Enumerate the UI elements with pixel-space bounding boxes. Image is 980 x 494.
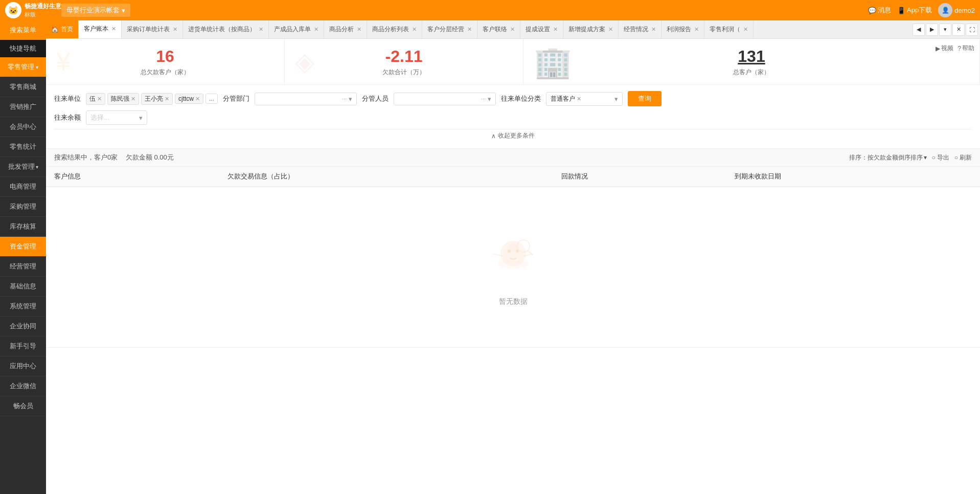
tab-profit-report[interactable]: 利润报告 ✕ — [662, 20, 704, 39]
tab-stock-stats[interactable]: 进货单统计表（按商品） ✕ — [183, 20, 269, 39]
close-icon[interactable]: ✕ — [553, 26, 558, 33]
category-filter-select[interactable]: 普通客户 ✕ ▾ — [546, 92, 623, 106]
tab-home[interactable]: 🏠 首页 — [46, 20, 79, 39]
category-filter-label: 往来单位分类 — [501, 94, 541, 103]
sidebar-item-basic-info[interactable]: 基础信息 — [0, 277, 46, 297]
tab-menu-btn[interactable]: ▾ — [939, 24, 951, 36]
sidebar-item-label: 营销推广 — [10, 103, 36, 110]
message-btn[interactable]: 💬 消息 — [868, 6, 891, 15]
tab-controls: ◀ ▶ ▾ ✕ ⛶ — [913, 24, 980, 36]
logo-icon: 🐱 — [5, 2, 21, 18]
stat-label-3: 总客户（家） — [733, 68, 770, 77]
sidebar-item-enterprise[interactable]: 企业协同 — [0, 317, 46, 336]
empty-illustration — [488, 228, 539, 279]
tab-product-in[interactable]: 产成品入库单 ✕ — [269, 20, 324, 39]
tab-next-btn[interactable]: ▶ — [926, 24, 938, 36]
tab-customer-tier[interactable]: 客户分层经营 ✕ — [422, 20, 477, 39]
empty-text: 暂无数据 — [499, 297, 528, 306]
sidebar-item-label: 新手引导 — [10, 342, 36, 350]
content-area: 🏠 首页 客户账本 ✕ 采购订单统计表 ✕ 进货单统计表（按商品） ✕ 产成品入… — [46, 20, 980, 494]
filter-row-1: 往来单位 伍 ✕ 陈民强 ✕ 王小亮 — [54, 91, 972, 106]
remove-tag-3[interactable]: ✕ — [165, 96, 169, 102]
tab-fullscreen-btn[interactable]: ⛶ — [966, 24, 978, 36]
tab-retail-profit[interactable]: 零售利润（ ✕ — [704, 20, 754, 39]
close-icon[interactable]: ✕ — [412, 26, 417, 33]
tab-operations[interactable]: 经营情况 ✕ — [619, 20, 662, 39]
chevron-down-icon: ▾ — [349, 95, 352, 103]
stat-value-2: -2.11 — [385, 47, 423, 66]
tab-product-analysis-list[interactable]: 商品分析列表 ✕ — [367, 20, 422, 39]
close-icon[interactable]: ✕ — [510, 26, 515, 33]
close-icon[interactable]: ✕ — [259, 26, 263, 33]
balance-filter-select[interactable]: 选择... ▾ — [86, 110, 147, 125]
user-area[interactable]: 👤 demo2 — [938, 3, 975, 17]
close-icon[interactable]: ✕ — [651, 26, 656, 33]
refresh-btn[interactable]: ○ 刷新 — [954, 153, 972, 162]
tab-customer-contact[interactable]: 客户联络 ✕ — [477, 20, 520, 39]
remove-tag-1[interactable]: ✕ — [97, 96, 102, 102]
sort-selector[interactable]: 排序：按欠款金额倒序排序 ▾ — [849, 153, 927, 162]
remove-category-tag[interactable]: ✕ — [577, 96, 581, 102]
tab-prev-btn[interactable]: ◀ — [913, 24, 925, 36]
close-icon[interactable]: ✕ — [357, 26, 361, 33]
sidebar-item-marketing[interactable]: 营销推广 — [0, 97, 46, 117]
export-btn[interactable]: ○ 导出 — [932, 153, 949, 162]
sidebar-item-finance[interactable]: 资金管理 — [0, 237, 46, 257]
tab-purchase-orders[interactable]: 采购订单统计表 ✕ — [122, 20, 183, 39]
sidebar-item-wholesale-mgmt[interactable]: 批发管理 ▾ — [0, 157, 46, 177]
remove-tag-2[interactable]: ✕ — [131, 96, 135, 102]
sidebar-item-label: 企业协同 — [10, 322, 36, 330]
sidebar-item-enterprise-wechat[interactable]: 企业微信 — [0, 376, 46, 396]
query-button[interactable]: 查询 — [628, 91, 662, 106]
sidebar-item-new-guide[interactable]: 新手引导 — [0, 336, 46, 356]
filter-more-tags[interactable]: ... — [206, 94, 218, 104]
sidebar-item-app-center[interactable]: 应用中心 — [0, 356, 46, 376]
sidebar-item-vip-member[interactable]: 畅会员 — [0, 396, 46, 416]
close-icon[interactable]: ✕ — [467, 26, 472, 33]
tab-accounts[interactable]: 客户账本 ✕ — [79, 20, 122, 39]
sidebar-item-inventory[interactable]: 库存核算 — [0, 217, 46, 237]
tab-promotion-settings[interactable]: 提成设置 ✕ — [520, 20, 563, 39]
sort-label: 排序：按欠款金额倒序排序 — [849, 153, 923, 162]
sidebar-item-ecommerce[interactable]: 电商管理 — [0, 177, 46, 197]
sidebar-quick-nav[interactable]: 快捷导航 — [0, 40, 46, 57]
sidebar-item-retail-mgmt[interactable]: 零售管理 ▾ — [0, 57, 46, 77]
sidebar-item-retail-store[interactable]: 零售商城 — [0, 77, 46, 97]
sidebar-item-label: 零售管理 — [8, 63, 34, 71]
sidebar-item-operations-mgmt[interactable]: 经营管理 — [0, 257, 46, 277]
help-btn[interactable]: ? 帮助 — [958, 44, 974, 53]
stat-bg-icon-3: 🏢 — [534, 43, 572, 80]
close-icon[interactable]: ✕ — [314, 26, 318, 33]
stat-actions: ▶ 视频 ? 帮助 — [936, 44, 974, 53]
sidebar-item-purchase[interactable]: 采购管理 — [0, 197, 46, 217]
sidebar-item-member-center[interactable]: 会员中心 — [0, 117, 46, 137]
filter-area: 往来单位 伍 ✕ 陈民强 ✕ 王小亮 — [46, 85, 980, 149]
tab-close-all-btn[interactable]: ✕ — [952, 24, 965, 36]
dept-filter-select[interactable]: ··· ▾ — [255, 93, 357, 105]
tab-product-analysis[interactable]: 商品分析 ✕ — [324, 20, 367, 39]
sidebar-search[interactable]: 搜索菜单 — [0, 20, 46, 40]
tab-new-promotion[interactable]: 新增提成方案 ✕ — [563, 20, 619, 39]
brand-area: 🐱 畅捷通好生意 标版 — [5, 2, 61, 18]
stat-value-1: 16 — [156, 47, 174, 66]
col-customer-info: 客户信息 — [46, 167, 219, 187]
sidebar-item-sys-mgmt[interactable]: 系统管理 — [0, 297, 46, 317]
person-filter-select[interactable]: ··· ▾ — [394, 93, 496, 105]
close-icon[interactable]: ✕ — [608, 26, 613, 33]
chevron-down-icon: ▾ — [488, 95, 491, 103]
remove-tag-4[interactable]: ✕ — [195, 96, 200, 102]
data-table: 客户信息 欠款交易信息（占比） 回款情况 到期未收款日期 — [46, 167, 980, 348]
store-selector[interactable]: 母婴行业演示帐套 ▾ — [61, 4, 130, 17]
close-icon[interactable]: ✕ — [743, 26, 748, 33]
video-btn[interactable]: ▶ 视频 — [936, 44, 953, 53]
stat-total-customers: 🏢 131 总客户（家） ▶ 视频 ? 帮助 — [523, 39, 980, 84]
app-download-btn[interactable]: 📱 App下载 — [897, 6, 932, 15]
tab-bar: 🏠 首页 客户账本 ✕ 采购订单统计表 ✕ 进货单统计表（按商品） ✕ 产成品入… — [46, 20, 980, 39]
close-icon[interactable]: ✕ — [694, 26, 699, 33]
avatar: 👤 — [938, 3, 952, 17]
stat-label-2: 欠款合计（万） — [382, 68, 425, 77]
sidebar-item-retail-stats[interactable]: 零售统计 — [0, 137, 46, 157]
close-icon[interactable]: ✕ — [111, 26, 116, 32]
collapse-filters-btn[interactable]: ∧ 收起更多条件 — [54, 129, 972, 142]
close-icon[interactable]: ✕ — [173, 26, 177, 33]
